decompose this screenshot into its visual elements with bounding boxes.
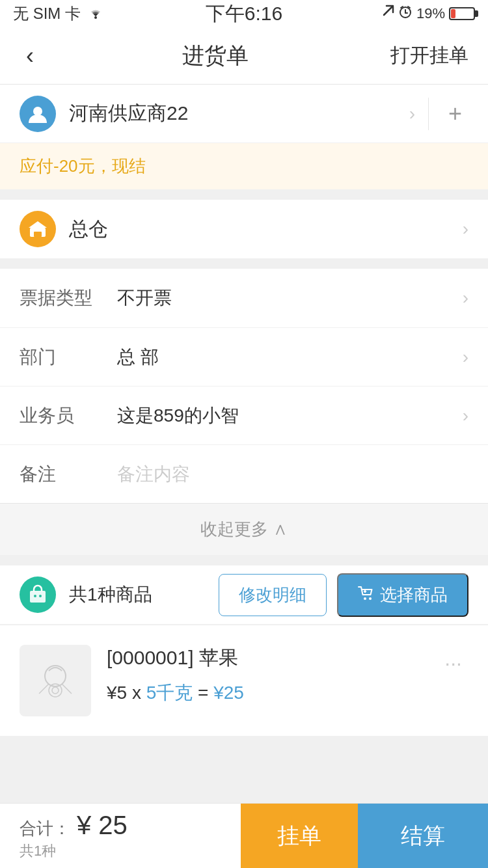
main-content: 河南供应商22 › + 应付-20元，现结 总仓 › 票据类型 不开票 › bbox=[0, 85, 488, 801]
product-name: [0000001] 苹果 bbox=[107, 645, 438, 671]
product-more-button[interactable]: ··· bbox=[438, 645, 468, 682]
battery-text: 19% bbox=[416, 5, 445, 22]
total-sub: 共1种 bbox=[20, 841, 221, 861]
form-row-department[interactable]: 部门 总 部 › bbox=[0, 327, 488, 386]
svg-rect-9 bbox=[30, 591, 46, 603]
form-card: 票据类型 不开票 › 部门 总 部 › 业务员 这是859的小智 › 备注 备注… bbox=[0, 269, 488, 555]
supplier-row[interactable]: 河南供应商22 › + bbox=[0, 85, 488, 143]
bottom-spacer bbox=[0, 736, 488, 801]
battery-icon bbox=[449, 7, 475, 20]
svg-point-11 bbox=[39, 595, 42, 597]
remark-placeholder: 备注内容 bbox=[111, 462, 468, 487]
open-hold-button[interactable]: 打开挂单 bbox=[390, 42, 468, 69]
salesperson-chevron-icon: › bbox=[463, 405, 468, 426]
status-bar: 无 SIM 卡 下午6:16 19% bbox=[0, 0, 488, 27]
svg-point-6 bbox=[33, 107, 42, 116]
form-row-remark[interactable]: 备注 备注内容 bbox=[0, 444, 488, 503]
hold-button[interactable]: 挂单 bbox=[241, 804, 358, 868]
collapse-label: 收起更多 ∧ bbox=[200, 518, 287, 541]
total-section: 合计： ¥ 25 共1种 bbox=[0, 811, 241, 861]
svg-line-20 bbox=[62, 684, 72, 694]
page-title: 进货单 bbox=[182, 41, 249, 71]
alarm-icon bbox=[398, 5, 413, 23]
cart-icon bbox=[358, 585, 375, 605]
product-code: [0000001] bbox=[107, 647, 193, 668]
department-value: 总 部 bbox=[111, 345, 456, 370]
checkout-button-label: 结算 bbox=[401, 821, 445, 851]
invoice-value: 不开票 bbox=[111, 286, 456, 310]
divider bbox=[428, 98, 429, 130]
svg-point-12 bbox=[364, 597, 366, 600]
total-line: 合计： ¥ 25 bbox=[20, 811, 221, 840]
edit-details-button[interactable]: 修改明细 bbox=[219, 574, 327, 616]
wifi-icon bbox=[86, 5, 105, 23]
invoice-label: 票据类型 bbox=[20, 286, 111, 310]
svg-point-18 bbox=[52, 687, 59, 694]
price-base: ¥5 x bbox=[107, 683, 146, 703]
supplier-name: 河南供应商22 bbox=[69, 100, 403, 127]
supplier-avatar bbox=[20, 96, 56, 132]
form-row-salesperson[interactable]: 业务员 这是859的小智 › bbox=[0, 386, 488, 444]
svg-point-0 bbox=[94, 16, 97, 19]
nav-bar: ‹ 进货单 打开挂单 bbox=[0, 27, 488, 85]
supplier-card: 河南供应商22 › + 应付-20元，现结 bbox=[0, 85, 488, 189]
product-title: 苹果 bbox=[199, 647, 238, 668]
total-label: 合计： bbox=[20, 817, 70, 840]
back-button[interactable]: ‹ bbox=[20, 36, 40, 76]
remark-label: 备注 bbox=[20, 462, 111, 487]
bottom-bar: 合计： ¥ 25 共1种 挂单 结算 bbox=[0, 803, 488, 868]
product-info: [0000001] 苹果 ¥5 x 5千克 = ¥25 bbox=[107, 645, 438, 705]
department-label: 部门 bbox=[20, 345, 111, 370]
svg-line-19 bbox=[39, 684, 49, 694]
status-time: 下午6:16 bbox=[206, 1, 282, 27]
products-icon bbox=[20, 576, 56, 613]
warehouse-chevron-icon: › bbox=[463, 219, 468, 239]
invoice-chevron-icon: › bbox=[463, 288, 468, 308]
payment-notice: 应付-20元，现结 bbox=[0, 143, 488, 189]
warehouse-card[interactable]: 总仓 › bbox=[0, 200, 488, 258]
status-left: 无 SIM 卡 bbox=[13, 3, 105, 24]
price-quantity: 5千克 bbox=[146, 683, 193, 703]
location-icon bbox=[383, 5, 394, 23]
product-price: ¥5 x 5千克 = ¥25 bbox=[107, 681, 438, 705]
price-total: ¥25 bbox=[213, 683, 244, 703]
add-supplier-button[interactable]: + bbox=[442, 94, 468, 134]
warehouse-icon bbox=[20, 211, 56, 247]
svg-point-13 bbox=[369, 597, 372, 600]
status-right: 19% bbox=[383, 5, 475, 23]
product-item: [0000001] 苹果 ¥5 x 5千克 = ¥25 ··· bbox=[0, 625, 488, 736]
products-header: 共1种商品 修改明细 选择商品 bbox=[0, 565, 488, 624]
collapse-bar[interactable]: 收起更多 ∧ bbox=[0, 503, 488, 555]
select-product-button[interactable]: 选择商品 bbox=[337, 573, 468, 617]
products-count: 共1种商品 bbox=[69, 582, 219, 607]
warehouse-name: 总仓 bbox=[69, 216, 456, 243]
hold-button-label: 挂单 bbox=[277, 821, 321, 851]
svg-point-10 bbox=[34, 595, 36, 597]
svg-rect-8 bbox=[34, 232, 42, 237]
salesperson-value: 这是859的小智 bbox=[111, 403, 456, 428]
salesperson-label: 业务员 bbox=[20, 403, 111, 428]
price-equals: = bbox=[193, 683, 213, 703]
carrier-text: 无 SIM 卡 bbox=[13, 3, 81, 24]
checkout-button[interactable]: 结算 bbox=[358, 804, 488, 868]
form-row-invoice[interactable]: 票据类型 不开票 › bbox=[0, 269, 488, 327]
product-thumbnail bbox=[20, 645, 91, 716]
department-chevron-icon: › bbox=[463, 347, 468, 368]
supplier-chevron-icon: › bbox=[409, 103, 415, 124]
total-amount: ¥ 25 bbox=[77, 811, 128, 840]
select-product-label: 选择商品 bbox=[380, 584, 448, 606]
svg-point-16 bbox=[45, 666, 66, 686]
warehouse-row[interactable]: 总仓 › bbox=[0, 200, 488, 258]
